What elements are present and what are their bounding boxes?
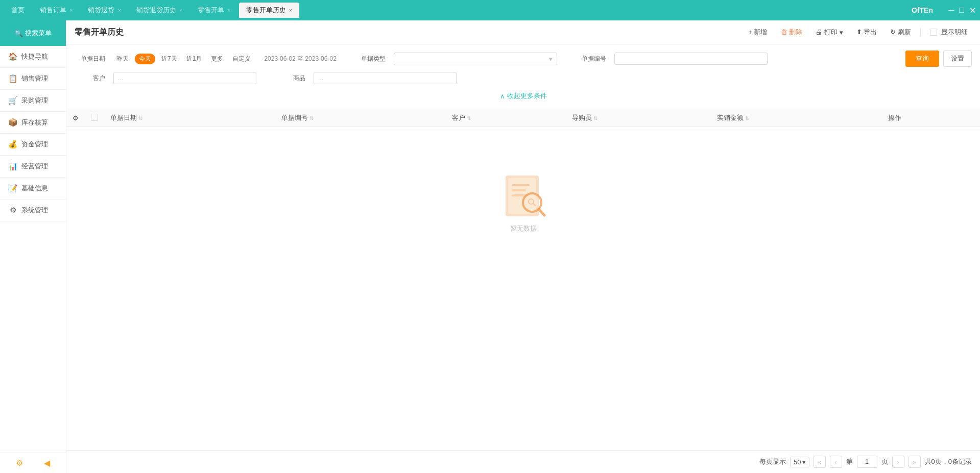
date-btn-近7天[interactable]: 近7天: [158, 54, 180, 64]
th-customer[interactable]: 客户 ⇅: [446, 109, 566, 127]
per-page-select[interactable]: 50 ▾: [790, 457, 809, 467]
customer-select[interactable]: ...: [113, 72, 256, 84]
minimize-btn[interactable]: ─: [948, 6, 954, 15]
sort-amount[interactable]: 实销金额 ⇅: [717, 113, 876, 122]
toolbar-divider: [920, 28, 921, 36]
add-button[interactable]: + 新增: [744, 26, 771, 39]
sidebar-bottom: ⚙ ◀: [0, 453, 66, 473]
purchase-icon: 🛒: [8, 96, 17, 105]
close-btn[interactable]: ✕: [969, 6, 976, 15]
sort-icon-date: ⇅: [138, 115, 142, 121]
sidebar-item-finance[interactable]: 💰 资金管理: [0, 134, 66, 156]
sidebar-item-label: 快捷导航: [21, 52, 48, 61]
per-page-value: 50: [794, 458, 801, 466]
search-label: 搜索菜单: [25, 29, 52, 38]
query-button[interactable]: 查询: [905, 51, 939, 67]
sidebar-item-basic[interactable]: 📝 基础信息: [0, 178, 66, 200]
sidebar-search[interactable]: 🔍 搜索菜单: [9, 26, 58, 41]
th-action-label: 操作: [888, 114, 901, 121]
date-label: 单据日期: [75, 55, 105, 63]
last-page-btn[interactable]: »: [909, 456, 921, 468]
sort-no[interactable]: 单据编号 ⇅: [281, 113, 440, 122]
th-label-no: 单据编号: [281, 113, 308, 122]
date-range-display: 2023-06-02 至 2023-06-02: [264, 55, 336, 63]
brand-name: OfTEn: [912, 6, 933, 14]
th-settings[interactable]: ⚙: [66, 109, 85, 127]
restore-btn[interactable]: □: [959, 6, 964, 15]
bill-type-label: 单据类型: [355, 55, 386, 63]
date-btn-今天[interactable]: 今天: [135, 54, 155, 64]
sort-date[interactable]: 单据日期 ⇅: [110, 113, 269, 122]
collapse-filter-btn[interactable]: ∧ 收起更多条件: [75, 89, 972, 103]
tab-label: 零售开单: [198, 6, 224, 15]
export-button[interactable]: ⬆ 导出: [852, 26, 881, 39]
sort-customer[interactable]: 客户 ⇅: [452, 113, 560, 122]
svg-rect-2: [512, 184, 530, 186]
sidebar-item-label: 系统管理: [21, 206, 48, 215]
sidebar-item-purchase[interactable]: 🛒 采购管理: [0, 90, 66, 112]
search-icon: 🔍: [15, 30, 23, 37]
tab-close-retail-open[interactable]: ×: [227, 7, 230, 13]
bill-no-label: 单据编号: [576, 55, 606, 63]
sort-icon-amount: ⇅: [745, 115, 749, 121]
filter-area: 单据日期 昨天今天近7天近1月更多自定义 2023-06-02 至 2023-0…: [66, 44, 980, 109]
filter-row-2: 客户 ... 商品 ...: [75, 72, 972, 84]
settings-button[interactable]: 设置: [943, 51, 972, 67]
sidebar-item-system[interactable]: ⚙ 系统管理: [0, 200, 66, 221]
bill-type-select[interactable]: ▾: [394, 53, 557, 65]
prev-page-btn[interactable]: ‹: [830, 456, 842, 468]
date-btn-昨天[interactable]: 昨天: [113, 54, 132, 64]
settings-bottom-btn[interactable]: ⚙: [16, 458, 23, 468]
page-input[interactable]: [857, 456, 877, 468]
tab-sales-order[interactable]: 销售订单×: [33, 3, 80, 18]
finance-icon: 💰: [8, 140, 17, 149]
sidebar-item-label: 资金管理: [21, 140, 48, 149]
sidebar-item-label: 库存核算: [21, 118, 48, 127]
display-checkbox: [930, 29, 937, 36]
sidebar-item-inventory[interactable]: 📦 库存核算: [0, 112, 66, 134]
tab-retail-open[interactable]: 零售开单×: [190, 3, 237, 18]
delete-button[interactable]: 🗑 删除: [777, 26, 807, 39]
th-amount[interactable]: 实销金额 ⇅: [711, 109, 882, 127]
tab-home[interactable]: 首页: [4, 3, 32, 18]
tab-close-sales-return[interactable]: ×: [117, 7, 121, 13]
table-wrap: ⚙ 单据日期 ⇅ 单据编号 ⇅ 客户 ⇅ 导购员 ⇅ 实销金额 ⇅ 操作: [66, 109, 980, 450]
first-page-btn[interactable]: «: [814, 456, 826, 468]
sort-icon-guide: ⇅: [593, 115, 597, 121]
next-page-btn[interactable]: ›: [892, 456, 904, 468]
display-detail-button[interactable]: 显示明细: [926, 26, 972, 39]
sidebar-item-operation[interactable]: 📊 经营管理: [0, 156, 66, 178]
sort-guide[interactable]: 导购员 ⇅: [572, 113, 705, 122]
tab-sales-return-history[interactable]: 销货退货历史×: [129, 3, 189, 18]
select-all-checkbox[interactable]: [91, 114, 98, 121]
sidebar-item-quick-nav[interactable]: 🏠 快捷导航: [0, 46, 66, 68]
main-layout: 🔍 搜索菜单 🏠 快捷导航 📋 销售管理 🛒 采购管理 📦 库存核算 💰 资金管…: [0, 20, 980, 473]
date-btn-近1月[interactable]: 近1月: [183, 54, 205, 64]
goods-select[interactable]: ...: [314, 72, 457, 84]
th-guide[interactable]: 导购员 ⇅: [566, 109, 711, 127]
tab-close-sales-return-history[interactable]: ×: [179, 7, 182, 13]
date-btn-更多[interactable]: 更多: [208, 54, 226, 64]
tab-retail-open-history[interactable]: 零售开单历史×: [239, 3, 299, 18]
tab-bar: 首页销售订单×销货退货×销货退货历史×零售开单×零售开单历史× OfTEn ─ …: [0, 0, 980, 20]
svg-rect-3: [512, 189, 526, 191]
window-controls: OfTEn ─ □ ✕: [912, 6, 976, 15]
per-page-label: 每页显示: [759, 457, 786, 466]
tab-close-sales-order[interactable]: ×: [69, 7, 73, 13]
date-btn-自定义[interactable]: 自定义: [229, 54, 254, 64]
th-label-date: 单据日期: [110, 113, 137, 122]
th-date[interactable]: 单据日期 ⇅: [104, 109, 275, 127]
svg-point-6: [526, 196, 538, 209]
sidebar-item-sales[interactable]: 📋 销售管理: [0, 68, 66, 90]
print-button[interactable]: 🖨 打印 ▾: [811, 26, 847, 39]
th-no[interactable]: 单据编号 ⇅: [275, 109, 446, 127]
tab-sales-return[interactable]: 销货退货×: [81, 3, 128, 18]
column-settings-icon[interactable]: ⚙: [73, 114, 79, 122]
page-header: 零售开单历史 + 新增 🗑 删除 🖨 打印 ▾ ⬆ 导出 ↻ 刷新 显示明细: [66, 20, 980, 44]
bill-no-input[interactable]: [614, 53, 768, 65]
sidebar-item-label: 经营管理: [21, 162, 48, 171]
tab-close-retail-open-history[interactable]: ×: [289, 7, 292, 13]
collapse-sidebar-btn[interactable]: ◀: [44, 458, 50, 468]
refresh-button[interactable]: ↻ 刷新: [886, 26, 915, 39]
sidebar-item-label: 销售管理: [21, 74, 48, 83]
